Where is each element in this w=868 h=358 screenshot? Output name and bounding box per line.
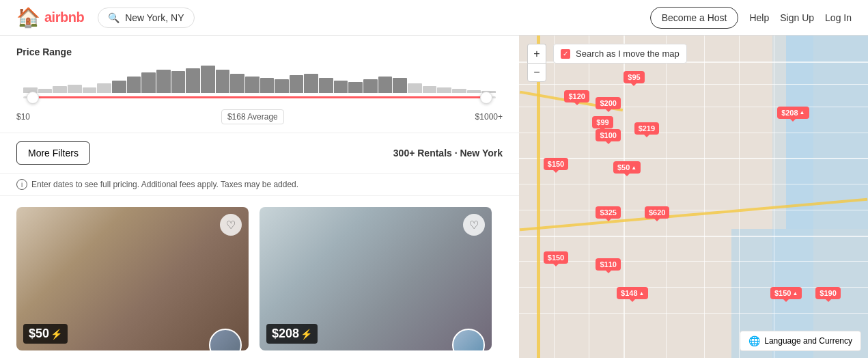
listings-grid: ♡ $50 ⚡ Private bed, Big room with 3 bed… <box>0 196 519 358</box>
logo-text: airbnb <box>44 10 84 25</box>
price-pin[interactable]: $100 <box>596 129 620 141</box>
favorite-button[interactable]: ♡ <box>220 214 242 236</box>
info-text: Enter dates to see full pricing. Additio… <box>31 180 298 189</box>
search-move-checkbox[interactable]: ✓ <box>561 49 570 59</box>
price-pin[interactable]: $219 <box>634 122 659 135</box>
lang-currency-label: Language and Currency <box>764 336 852 346</box>
info-icon: i <box>16 179 27 190</box>
price-pin[interactable]: $99 <box>592 116 613 128</box>
listing-image-wrap: ♡ $50 ⚡ <box>16 207 249 350</box>
price-pin[interactable]: $620 <box>645 206 669 219</box>
slider-thumb-max[interactable] <box>480 92 492 104</box>
search-location: New York, NY <box>125 12 184 23</box>
map-streets <box>519 36 868 358</box>
price-pin[interactable]: $120 <box>564 90 589 102</box>
signup-link[interactable]: Sign Up <box>780 12 814 23</box>
header: 🏠 airbnb 🔍 New York, NY Become a Host He… <box>0 0 868 36</box>
zoom-in-button[interactable]: + <box>527 44 546 63</box>
results-info: 300+ Rentals · New York <box>393 148 503 159</box>
help-link[interactable]: Help <box>749 12 769 23</box>
slider-thumb-min[interactable] <box>27 92 39 104</box>
language-currency-button[interactable]: 🌐 Language and Currency <box>740 331 861 351</box>
price-pin[interactable]: $325 <box>596 206 620 219</box>
price-pin[interactable]: $190 <box>815 287 840 299</box>
favorite-button[interactable]: ♡ <box>463 214 485 236</box>
lightning-icon: ⚡ <box>300 329 312 340</box>
price-badge: $208 ⚡ <box>266 324 318 344</box>
price-text: $208 <box>272 327 299 341</box>
airbnb-logo-icon: 🏠 <box>16 6 40 29</box>
checkmark-icon: ✓ <box>563 51 568 57</box>
globe-icon: 🌐 <box>748 335 760 346</box>
more-filters-button[interactable]: More Filters <box>16 141 90 165</box>
price-pin[interactable]: $208 ▲ <box>777 107 809 119</box>
price-pin[interactable]: $95 <box>624 71 644 83</box>
left-panel: Price Range <box>0 36 519 358</box>
info-bar: i Enter dates to see full pricing. Addit… <box>0 174 519 196</box>
price-labels: $10 $168 Average $1000+ <box>16 109 503 124</box>
price-min-label: $10 <box>16 112 30 122</box>
price-pin[interactable]: $150 <box>544 158 568 170</box>
listing-image-wrap: ♡ $208 ⚡ <box>260 207 492 350</box>
login-link[interactable]: Log In <box>825 12 852 23</box>
price-avg-label: $168 Average <box>221 109 284 124</box>
slider-track[interactable] <box>23 96 496 98</box>
price-pin[interactable]: $150 <box>544 251 568 264</box>
become-host-button[interactable]: Become a Host <box>650 7 739 29</box>
search-icon: 🔍 <box>108 12 120 23</box>
price-range-section: Price Range <box>0 36 519 133</box>
main-layout: Price Range <box>0 36 868 358</box>
price-pin[interactable]: $110 <box>596 258 620 271</box>
price-pin[interactable]: $200 <box>596 97 620 109</box>
map-panel[interactable]: + − ✓ Search as I move the map $95 $120 … <box>519 36 868 358</box>
zoom-out-button[interactable]: − <box>527 63 546 82</box>
price-pin[interactable]: $150 ▲ <box>770 287 802 299</box>
price-slider-container[interactable] <box>16 66 503 107</box>
price-badge: $50 ⚡ <box>23 324 68 344</box>
price-range-title: Price Range <box>16 46 503 57</box>
map-controls[interactable]: + − <box>527 44 546 82</box>
lightning-icon: ⚡ <box>51 329 62 340</box>
search-as-move[interactable]: ✓ Search as I move the map <box>553 44 687 64</box>
map-background: + − ✓ Search as I move the map $95 $120 … <box>519 36 868 358</box>
search-as-move-label: Search as I move the map <box>576 49 680 59</box>
search-bar[interactable]: 🔍 New York, NY <box>98 8 194 28</box>
histogram <box>23 66 496 93</box>
listing-card[interactable]: ♡ $50 ⚡ Private bed, Big room with 3 bed… <box>16 207 249 358</box>
price-pin[interactable]: $148 ▲ <box>617 287 648 299</box>
price-pin[interactable]: $50 ▲ <box>613 161 641 174</box>
price-max-label: $1000+ <box>475 112 503 122</box>
logo[interactable]: 🏠 airbnb <box>16 6 84 29</box>
price-text: $50 <box>29 327 49 341</box>
header-right: Become a Host Help Sign Up Log In <box>650 7 852 29</box>
listing-card[interactable]: ♡ $208 ⚡ Dreamy Apartment 59th/3rd! <box>260 207 492 358</box>
results-count: 300+ Rentals · New York <box>393 148 503 159</box>
filters-bar: More Filters 300+ Rentals · New York <box>0 133 519 174</box>
